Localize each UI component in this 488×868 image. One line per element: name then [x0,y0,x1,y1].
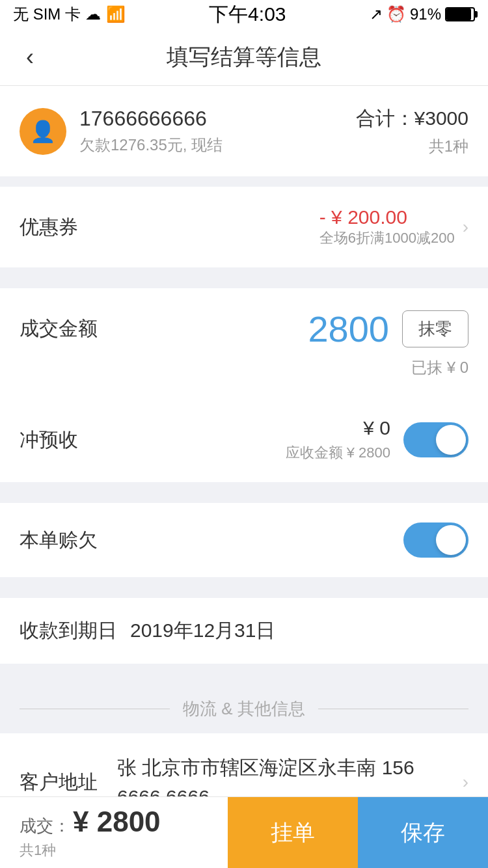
precollect-toggle[interactable] [403,422,468,457]
debt-section: 本单赊欠 [0,503,488,577]
deal-amount-label: 成交金额 [20,316,98,342]
logistics-divider: 物流 & 其他信息 [0,685,488,733]
customer-card: 👤 17666666666 欠款1276.35元, 现结 合计：¥3000 共1… [0,86,488,176]
coupon-row[interactable]: 优惠券 - ¥ 200.00 全场6折满1000减200 › [0,187,488,267]
back-button[interactable]: ‹ [20,37,40,77]
erased-label: 已抹 ¥ 0 [411,359,468,376]
precollect-sub: 应收金额 ¥ 2800 [286,443,390,463]
status-bar: 无 SIM 卡 ☁ 📶 下午4:03 ↗ ⏰ 91% [0,0,488,29]
status-left: 无 SIM 卡 ☁ 📶 [13,4,126,25]
divider-1 [0,278,488,288]
content: 👤 17666666666 欠款1276.35元, 现结 合计：¥3000 共1… [0,86,488,868]
debt-toggle-knob [436,525,466,555]
chevron-right-icon: › [463,217,468,237]
coupon-right: - ¥ 200.00 全场6折满1000减200 › [319,206,468,248]
footer-amount: ¥ 2800 [73,806,161,838]
coupon-desc: 全场6折满1000减200 [319,228,455,248]
address-label: 客户地址 [20,769,98,796]
deal-amount-value: 2800 [308,308,389,350]
alarm-icon: ⏰ [386,5,406,23]
battery-percent: 91% [410,5,441,23]
total-amount: 合计：¥3000 [356,105,468,132]
save-button[interactable]: 保存 [358,797,488,868]
precollect-row: 冲预收 ¥ 0 应收金额 ¥ 2800 [20,417,468,463]
precollect-label: 冲预收 [20,427,78,454]
due-date-row: 收款到期日 2019年12月31日 [20,617,468,644]
footer-deal-label: 成交： [20,815,70,837]
footer-info: 成交： ¥ 2800 共1种 [0,797,228,868]
footer-count: 共1种 [20,841,208,860]
round-button[interactable]: 抹零 [402,310,468,347]
customer-left: 👤 17666666666 欠款1276.35元, 现结 [20,107,223,156]
logistics-line-left [20,709,170,709]
coupon-label: 优惠券 [20,214,78,241]
address-chevron-icon: › [463,772,468,793]
sim-status: 无 SIM 卡 ☁ [13,4,101,25]
person-icon: 👤 [30,119,56,144]
status-right: ↗ ⏰ 91% [370,5,475,23]
toggle-knob [436,425,466,455]
hang-button[interactable]: 挂单 [228,797,358,868]
customer-phone: 17666666666 [79,107,223,131]
precollect-section: 冲预收 ¥ 0 应收金额 ¥ 2800 [0,398,488,482]
customer-debt: 欠款1276.35元, 现结 [79,135,223,156]
due-date-label: 收款到期日 [20,617,117,644]
total-count: 共1种 [356,136,468,157]
divider-3 [0,588,488,598]
due-date-value: 2019年12月31日 [130,617,275,644]
customer-info: 17666666666 欠款1276.35元, 现结 [79,107,223,156]
page-title: 填写结算等信息 [167,42,321,72]
divider-2 [0,493,488,503]
customer-right: 合计：¥3000 共1种 [356,105,468,157]
due-date-section: 收款到期日 2019年12月31日 [0,598,488,664]
avatar: 👤 [20,108,66,155]
amount-right: 2800 抹零 [308,308,468,350]
logistics-line-right [318,709,468,709]
debt-label: 本单赊欠 [20,527,98,554]
location-icon: ↗ [370,5,383,23]
precollect-value: ¥ 0 [286,417,390,439]
status-time: 下午4:03 [209,1,286,28]
debt-toggle[interactable] [403,522,468,558]
footer: 成交： ¥ 2800 共1种 挂单 保存 [0,796,488,868]
amount-section: 成交金额 2800 抹零 已抹 ¥ 0 [0,288,488,398]
logistics-label: 物流 & 其他信息 [183,698,305,720]
battery-icon [445,7,475,21]
precollect-right: ¥ 0 应收金额 ¥ 2800 [286,417,468,463]
precollect-amount: ¥ 0 应收金额 ¥ 2800 [286,417,390,463]
nav-bar: ‹ 填写结算等信息 [0,29,488,86]
divider-4 [0,674,488,685]
amount-row: 成交金额 2800 抹零 [20,308,468,350]
wifi-icon: 📶 [106,5,126,23]
coupon-value: - ¥ 200.00 [319,206,455,228]
